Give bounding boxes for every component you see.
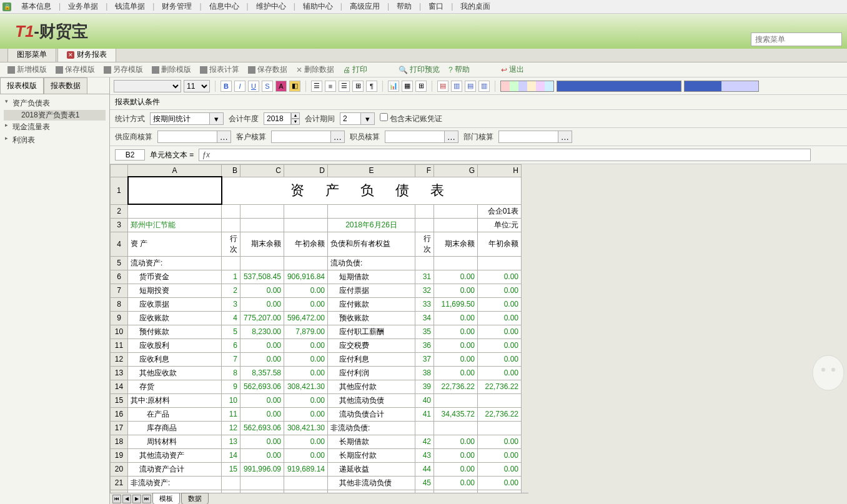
row-header-20[interactable]: 20: [111, 462, 128, 476]
cell[interactable]: [328, 204, 415, 218]
dept-combo[interactable]: …: [498, 131, 572, 143]
cell[interactable]: [284, 256, 328, 270]
cell[interactable]: 11: [222, 407, 240, 421]
col-header-G[interactable]: G: [434, 165, 478, 177]
row-header-8[interactable]: 8: [111, 297, 128, 311]
cell[interactable]: 0.00: [240, 393, 284, 407]
cell[interactable]: 预收账款: [328, 311, 415, 325]
cell[interactable]: 0.00: [478, 476, 522, 490]
cell[interactable]: 0.00: [240, 352, 284, 366]
align-left-button[interactable]: ☰: [311, 81, 322, 92]
col-header-F[interactable]: F: [415, 165, 434, 177]
cell[interactable]: 22,736.22: [434, 380, 478, 393]
tree-node-1[interactable]: 现金流量表: [4, 121, 106, 134]
cell[interactable]: 应收股利: [128, 338, 222, 352]
delete-row-button[interactable]: ▤: [465, 81, 476, 92]
cell[interactable]: 0.00: [434, 284, 478, 297]
cell[interactable]: 8,230.00: [240, 325, 284, 338]
cell[interactable]: 0.00: [284, 448, 328, 462]
cell[interactable]: 存货: [128, 380, 222, 393]
color-palette-1[interactable]: [500, 81, 554, 92]
saveas-template-button[interactable]: 另存模版: [101, 63, 146, 76]
cell[interactable]: 其他应收款: [128, 366, 222, 380]
left-tab-template[interactable]: 报表模版: [0, 77, 44, 94]
fiscal-year-spin[interactable]: ▲▼: [264, 112, 300, 125]
cell[interactable]: 0.00: [284, 435, 328, 448]
sheet-nav-prev[interactable]: ◀: [122, 495, 131, 503]
row-header-7[interactable]: 7: [111, 284, 128, 297]
cell[interactable]: 7,879.00: [284, 325, 328, 338]
cell[interactable]: 在产品: [128, 407, 222, 421]
cell[interactable]: 10: [222, 393, 240, 407]
cell[interactable]: 长期应付款: [328, 448, 415, 462]
cell[interactable]: 流动负债合计: [328, 407, 415, 421]
cell[interactable]: 资 产: [128, 232, 222, 256]
cell[interactable]: 其他应付款: [328, 380, 415, 393]
cell[interactable]: 8: [222, 366, 240, 380]
cell[interactable]: 0.00: [434, 366, 478, 380]
cell[interactable]: 0.00: [478, 325, 522, 338]
cell[interactable]: 9: [222, 380, 240, 393]
cell[interactable]: 0.00: [240, 407, 284, 421]
tree-child-0-0[interactable]: 2018资产负责表1: [4, 110, 106, 121]
cell[interactable]: 期末余额: [240, 232, 284, 256]
cell[interactable]: 0.00: [284, 338, 328, 352]
cell[interactable]: 7: [222, 352, 240, 366]
cell[interactable]: 非流动资产:: [128, 476, 222, 490]
menu-10[interactable]: 我的桌面: [454, 1, 497, 12]
customer-combo[interactable]: …: [271, 131, 345, 143]
cell[interactable]: [478, 421, 522, 435]
workspace-tab-0[interactable]: 图形菜单: [7, 47, 56, 62]
insert-row-button[interactable]: ▤: [437, 81, 448, 92]
row-header-21[interactable]: 21: [111, 476, 128, 490]
cell[interactable]: [240, 476, 284, 490]
cell[interactable]: 32: [415, 284, 434, 297]
cell[interactable]: [222, 256, 240, 270]
menu-6[interactable]: 辅助中心: [297, 1, 339, 12]
fill-color-button[interactable]: ◧: [289, 81, 300, 92]
cell[interactable]: 36: [415, 338, 434, 352]
cell[interactable]: [434, 421, 478, 435]
cell[interactable]: 45: [415, 476, 434, 490]
cell[interactable]: 年初余额: [478, 232, 522, 256]
col-header-A[interactable]: A: [128, 165, 222, 177]
cell[interactable]: [240, 256, 284, 270]
insert-col-button[interactable]: ▥: [451, 81, 462, 92]
calc-button[interactable]: 报表计算: [197, 63, 242, 76]
cell[interactable]: [434, 256, 478, 270]
cell[interactable]: 负债和所有者权益: [328, 232, 415, 256]
menu-search-input[interactable]: [751, 32, 842, 46]
cell[interactable]: 991,996.09: [240, 462, 284, 476]
cell[interactable]: 33: [415, 297, 434, 311]
cell[interactable]: 0.00: [478, 448, 522, 462]
cell[interactable]: 行次: [222, 232, 240, 256]
cell[interactable]: 44: [415, 462, 434, 476]
cell[interactable]: 12: [222, 421, 240, 435]
cell[interactable]: 应收利息: [128, 352, 222, 366]
cell[interactable]: 596,472.00: [284, 311, 328, 325]
sheet-nav-first[interactable]: ⏮: [112, 495, 121, 503]
cell[interactable]: 0.00: [434, 270, 478, 284]
cell[interactable]: 应付利润: [328, 366, 415, 380]
cell[interactable]: 0.00: [284, 407, 328, 421]
cell[interactable]: [128, 177, 222, 204]
cell[interactable]: 0.00: [478, 352, 522, 366]
cell[interactable]: 0.00: [478, 338, 522, 352]
cell[interactable]: 0.00: [240, 297, 284, 311]
save-template-button[interactable]: 保存模版: [53, 63, 97, 76]
cell[interactable]: 0.00: [434, 325, 478, 338]
cell[interactable]: 0.00: [434, 311, 478, 325]
spreadsheet-area[interactable]: A B C D E F G H 1资 产 负 债 表2会企01表3郑州中汇节能2…: [110, 164, 847, 504]
cell[interactable]: [415, 204, 434, 218]
row-header-12[interactable]: 12: [111, 352, 128, 366]
col-header-C[interactable]: C: [240, 165, 284, 177]
cell[interactable]: 其他流动负债: [328, 393, 415, 407]
row-header-16[interactable]: 16: [111, 407, 128, 421]
cell[interactable]: 0.00: [240, 435, 284, 448]
row-header-4[interactable]: 4: [111, 232, 128, 256]
cell[interactable]: 0.00: [478, 297, 522, 311]
bold-button[interactable]: B: [220, 81, 232, 92]
sheet-tab-template[interactable]: 模板: [152, 493, 180, 504]
cell[interactable]: 4: [222, 311, 240, 325]
col-header-B[interactable]: B: [222, 165, 240, 177]
